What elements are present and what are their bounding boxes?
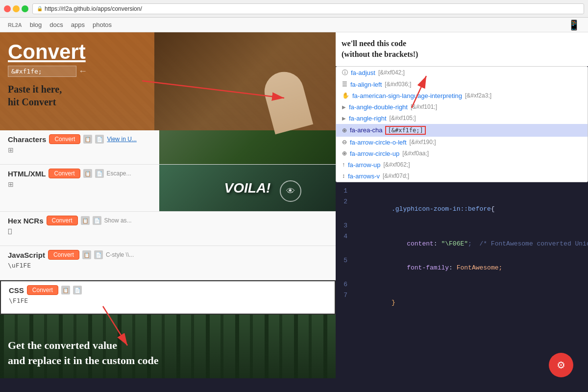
characters-file-icon[interactable]: 📄 xyxy=(95,135,104,144)
line-content-1 xyxy=(353,187,588,196)
nav-blog[interactable]: blog xyxy=(30,21,42,28)
fa-arrows-v-code: [&#xf07d;] xyxy=(383,172,409,179)
javascript-output: \uF1FE xyxy=(8,262,167,269)
htmlxml-grid: ⊞ xyxy=(8,180,167,188)
code-line-2: 2 .glyphicon-zoom-in::before{ xyxy=(336,197,588,221)
expand-arrow-2: ▶ xyxy=(342,116,346,121)
hexncrs-content: Hex NCRs Convert 📋 📄 Show as...  xyxy=(8,216,167,235)
font-family-value: FontAwesome; xyxy=(457,264,503,271)
characters-content: Characters Convert 📋 📄 View in U... ⊞ xyxy=(8,134,167,154)
colon: : xyxy=(434,240,441,247)
dropdown-item-fa-align-left[interactable]: ☰ fa-align-left [&#xf036;] xyxy=(336,79,588,90)
hero-input[interactable] xyxy=(8,66,76,77)
line-num-7: 7 xyxy=(336,292,353,314)
line-content-6 xyxy=(353,281,588,290)
characters-copy-icon[interactable]: 📋 xyxy=(83,135,92,144)
hero-instructions: Paste it here, hit Convert xyxy=(8,83,155,108)
htmlxml-label: HTML/XML xyxy=(8,170,46,178)
font-family-property2: mily xyxy=(434,264,449,271)
dropdown-item-fa-area-chart[interactable]: ⊕ fa-area-cha [&#xf1fe;] xyxy=(336,124,588,137)
htmlxml-convert-btn[interactable]: Convert xyxy=(49,169,80,178)
colon2: : xyxy=(449,264,457,271)
line-content-3 xyxy=(353,222,588,231)
code-line-7: 7 } xyxy=(336,291,588,315)
hexncrs-file-icon[interactable]: 📄 xyxy=(93,216,101,225)
fa-arrows-v-icon: ↕ xyxy=(342,172,345,179)
hexncrs-copy-icon[interactable]: 📋 xyxy=(81,216,90,225)
hero-section: Convert ← Paste it here, hit Convert xyxy=(0,32,336,130)
nav-apps[interactable]: apps xyxy=(71,21,85,28)
line-num-2: 2 xyxy=(336,198,353,220)
url-bar[interactable]: 🔒 https://rl2a.github.io/apps/conversion… xyxy=(32,3,584,14)
font-family-property: font-fa xyxy=(392,264,434,271)
fa-angle-double-right-name: fa-angle-double-right xyxy=(349,103,408,111)
dropdown-item-fa-adjust[interactable]: ⓘ fa-adjust [&#xf042;] xyxy=(336,67,588,79)
fa-area-chart-name: fa-area-cha xyxy=(350,126,382,134)
dropdown-item-fa-arrows-v[interactable]: ↕ fa-arrows-v [&#xf07d;] xyxy=(336,171,588,182)
code-line-4: 4 content: "\F06E"; /* FontAwesome conve… xyxy=(336,232,588,256)
javascript-convert-btn[interactable]: Convert xyxy=(48,250,79,260)
line-num-5: 5 xyxy=(336,257,353,279)
footer-text: Get the converted value and replace it i… xyxy=(8,338,159,368)
line-content-7: } xyxy=(353,292,588,314)
code-line-5: 5 font-family: FontAwesome; xyxy=(336,256,588,280)
javascript-extra: C-style \\... xyxy=(106,251,134,258)
htmlxml-copy-icon[interactable]: 📋 xyxy=(83,169,92,178)
fa-adjust-code: [&#xf042;] xyxy=(378,69,405,76)
javascript-copy-icon[interactable]: 📋 xyxy=(82,250,91,259)
autocomplete-dropdown: ⓘ fa-adjust [&#xf042;] ☰ fa-align-left [… xyxy=(336,66,588,182)
nav-docs[interactable]: docs xyxy=(49,21,63,28)
code-line-6: 6 xyxy=(336,280,588,291)
characters-convert-btn[interactable]: Convert xyxy=(49,134,80,144)
dropdown-item-fa-angle-right[interactable]: ▶ fa-angle-right [&#xf105;] xyxy=(336,113,588,124)
javascript-file-icon[interactable]: 📄 xyxy=(94,250,103,259)
htmlxml-file-icon[interactable]: 📄 xyxy=(95,169,104,178)
arrow-icon: ← xyxy=(78,66,87,76)
dropdown-item-fa-arrow-circle-up[interactable]: ⊕ fa-arrow-circle-up [&#xf0aa;] xyxy=(336,148,588,159)
characters-view-link[interactable]: View in U... xyxy=(107,136,136,143)
hexncrs-output:  xyxy=(8,227,167,235)
fa-area-chart-code-highlighted: [&#xf1fe;] xyxy=(385,126,425,135)
annotation-area: we'll need this code (without the bracke… xyxy=(336,32,588,66)
css-header: CSS Convert 📋 📄 xyxy=(9,285,168,295)
characters-header: Characters Convert 📋 📄 View in U... xyxy=(8,134,167,144)
fab-button[interactable]: ⚙ xyxy=(549,353,573,377)
nav-photos[interactable]: photos xyxy=(93,21,112,28)
fa-arrow-up-code: [&#xf062;] xyxy=(383,161,410,168)
css-content: CSS Convert 📋 📄 \F1FE xyxy=(9,285,168,304)
maximize-btn[interactable] xyxy=(22,5,28,12)
css-convert-btn[interactable]: Convert xyxy=(27,285,58,295)
htmlxml-image: 👁 VOILA! xyxy=(159,165,336,212)
section-hexncrs: Hex NCRs Convert 📋 📄 Show as...  xyxy=(0,212,336,246)
fa-asl-code: [&#xf2a3;] xyxy=(465,92,491,99)
hero-content: Convert ← Paste it here, hit Convert xyxy=(8,40,155,108)
fa-angle-right-code: [&#xf105;] xyxy=(390,115,416,122)
browser-controls xyxy=(4,5,28,12)
characters-image xyxy=(159,130,336,165)
line-content-5: font-family: FontAwesome; xyxy=(353,257,588,279)
hexncrs-header: Hex NCRs Convert 📋 📄 Show as... xyxy=(8,216,167,225)
finger-shape xyxy=(260,68,313,135)
minimize-btn[interactable] xyxy=(13,5,20,12)
line-num-1: 1 xyxy=(336,187,353,196)
fa-align-left-code: [&#xf036;] xyxy=(385,81,411,88)
hero-title: Convert xyxy=(8,40,155,64)
hexncrs-convert-btn[interactable]: Convert xyxy=(47,216,78,225)
hexncrs-extra: Show as... xyxy=(104,217,132,224)
code-line-1: 1 xyxy=(336,186,588,197)
dropdown-item-fa-angle-double-right[interactable]: ▶ fa-angle-double-right [&#xf101;] xyxy=(336,101,588,113)
fa-asl-icon: ✋ xyxy=(342,92,349,99)
right-panel: we'll need this code (without the bracke… xyxy=(336,32,588,392)
css-label: CSS xyxy=(9,286,24,294)
section-characters: Characters Convert 📋 📄 View in U... ⊞ xyxy=(0,130,336,165)
dropdown-item-fa-arrow-up[interactable]: ↑ fa-arrow-up [&#xf062;] xyxy=(336,159,588,171)
section-javascript: JavaScript Convert 📋 📄 C-style \\... \uF… xyxy=(0,246,336,280)
brace-close: } xyxy=(392,299,395,306)
css-file-icon[interactable]: 📄 xyxy=(73,286,82,294)
line-num-6: 6 xyxy=(336,281,353,290)
dropdown-item-fa-asl[interactable]: ✋ fa-american-sign-language-interpreting… xyxy=(336,90,588,101)
css-copy-icon[interactable]: 📋 xyxy=(61,286,70,294)
conversion-rows: Characters Convert 📋 📄 View in U... ⊞ HT… xyxy=(0,130,336,315)
dropdown-item-fa-arrow-circle-o-left[interactable]: ⊖ fa-arrow-circle-o-left [&#xf190;] xyxy=(336,137,588,148)
close-btn[interactable] xyxy=(4,5,11,12)
